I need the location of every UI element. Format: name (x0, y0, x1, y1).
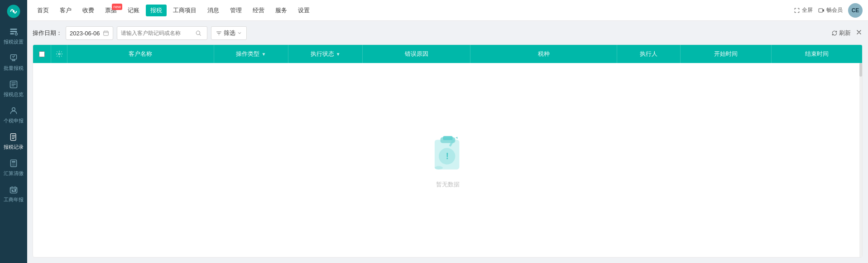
svg-rect-29 (443, 136, 453, 140)
fullscreen-icon (794, 7, 800, 14)
filter-button[interactable]: 筛选 (211, 26, 247, 40)
table-header: 客户名称 操作类型 ▼ 执行状态 ▼ 错误原因 税种 执行人 (33, 45, 862, 63)
top-nav: 首页 客户 收费 票据 new 记账 报税 工商项目 消息 管理 经营 服务 设… (27, 0, 868, 21)
date-label: 操作日期： (33, 29, 62, 37)
svg-point-9 (12, 107, 15, 111)
nav-item-clients[interactable]: 客户 (55, 5, 76, 16)
svg-point-18 (15, 165, 16, 166)
table-container: 客户名称 操作类型 ▼ 执行状态 ▼ 错误原因 税种 执行人 (33, 44, 863, 258)
sidebar-item-personal-tax[interactable]: 个税申报 (0, 102, 27, 128)
close-icon (855, 29, 863, 36)
close-button[interactable] (855, 29, 863, 38)
nav-item-management[interactable]: 管理 (225, 5, 246, 16)
select-all-checkbox[interactable] (39, 51, 45, 57)
svg-marker-33 (456, 136, 459, 139)
refresh-button[interactable]: 刷新 (831, 29, 851, 37)
new-badge: new (112, 4, 122, 10)
summary-icon (8, 79, 19, 90)
sort-icon: ▼ (336, 52, 340, 57)
svg-rect-12 (12, 161, 15, 163)
app-logo-icon (6, 4, 21, 19)
batch-icon (8, 53, 19, 63)
calendar-icon (103, 30, 109, 36)
nav-item-tickets[interactable]: 票据 new (101, 5, 121, 16)
member-button[interactable]: 畅会员 (818, 6, 843, 14)
sidebar-item-label: 报税总览 (4, 91, 24, 98)
toolbar-right: 刷新 (831, 29, 863, 38)
empty-state: ! 暂无数据 (425, 132, 470, 189)
th-op-type[interactable]: 操作类型 ▼ (214, 45, 288, 63)
sidebar-item-tax-records[interactable]: 报税记录 (0, 128, 27, 154)
scrollbar-thumb[interactable] (859, 63, 862, 77)
nav-item-operations[interactable]: 经营 (248, 5, 269, 16)
avatar[interactable]: CE (848, 3, 863, 18)
th-tax-type: 税种 (470, 45, 617, 63)
annual-icon (8, 184, 19, 195)
search-input-container[interactable] (117, 26, 207, 40)
svg-point-14 (13, 164, 14, 165)
svg-rect-24 (103, 31, 108, 35)
refresh-icon (831, 30, 838, 36)
svg-point-34 (434, 166, 442, 169)
sort-icon: ▼ (261, 52, 266, 57)
nav-item-commerce[interactable]: 工商项目 (168, 5, 201, 16)
content-area: 操作日期： 2023-06-06 筛选 (27, 21, 868, 263)
sidebar-item-annual-report[interactable]: 工商年报 (0, 180, 27, 207)
svg-text:!: ! (446, 151, 449, 161)
svg-point-1 (13, 10, 15, 13)
search-field[interactable] (121, 30, 193, 36)
toolbar: 操作日期： 2023-06-06 筛选 (33, 26, 863, 40)
chevron-down-icon (237, 31, 242, 35)
settings-icon (8, 26, 19, 37)
svg-point-16 (12, 165, 13, 166)
nav-item-accounts[interactable]: 记账 (123, 5, 144, 16)
th-gear[interactable] (51, 45, 67, 63)
record-icon (8, 132, 19, 142)
th-checkbox[interactable] (33, 45, 51, 63)
svg-rect-19 (10, 187, 17, 193)
sidebar: 报税设置 批量报税 报税总览 个税申报 (0, 0, 27, 263)
filter-icon (216, 30, 222, 36)
fullscreen-button[interactable]: 全屏 (794, 6, 813, 14)
sidebar-item-calc-pay[interactable]: 汇算清缴 (0, 154, 27, 180)
nav-item-services[interactable]: 服务 (271, 5, 292, 16)
video-icon (818, 7, 825, 14)
svg-point-26 (58, 53, 60, 55)
column-settings-icon (56, 50, 63, 58)
nav-items: 首页 客户 收费 票据 new 记账 报税 工商项目 消息 管理 经营 服务 设… (33, 5, 794, 16)
sidebar-item-tax-summary[interactable]: 报税总览 (0, 75, 27, 102)
date-picker[interactable]: 2023-06-06 (66, 26, 113, 40)
search-icon (195, 30, 201, 36)
nav-item-settings[interactable]: 设置 (293, 5, 314, 16)
th-exec-status[interactable]: 执行状态 ▼ (288, 45, 363, 63)
th-client-name: 客户名称 (67, 45, 214, 63)
svg-point-17 (13, 165, 14, 166)
sidebar-item-label: 报税记录 (4, 144, 24, 151)
nav-right: 全屏 畅会员 CE (794, 3, 863, 18)
main-area: 首页 客户 收费 票据 new 记账 报税 工商项目 消息 管理 经营 服务 设… (27, 0, 868, 263)
sidebar-item-label: 批量报税 (4, 65, 24, 72)
sidebar-item-label: 汇算清缴 (4, 170, 24, 177)
sidebar-item-batch-tax[interactable]: 批量报税 (0, 49, 27, 75)
scrollbar-track[interactable] (859, 63, 862, 257)
sidebar-item-label: 工商年报 (4, 196, 24, 203)
sidebar-item-tax-settings[interactable]: 报税设置 (0, 23, 27, 49)
nav-item-tax[interactable]: 报税 (146, 5, 167, 16)
th-error-reason: 错误原因 (363, 45, 470, 63)
svg-point-5 (15, 33, 17, 35)
svg-rect-3 (10, 31, 17, 32)
svg-rect-20 (12, 190, 13, 192)
th-start-time: 开始时间 (681, 45, 772, 63)
empty-text: 暂无数据 (436, 180, 460, 189)
sidebar-logo (0, 0, 27, 23)
nav-item-home[interactable]: 首页 (33, 5, 53, 16)
sidebar-item-label: 个税申报 (4, 117, 24, 124)
svg-point-13 (12, 164, 13, 165)
svg-rect-21 (13, 191, 14, 192)
svg-point-15 (15, 164, 16, 165)
nav-item-billing[interactable]: 收费 (78, 5, 99, 16)
svg-rect-4 (10, 33, 14, 34)
person-icon (8, 105, 19, 116)
nav-item-messages[interactable]: 消息 (203, 5, 224, 16)
th-executor: 执行人 (617, 45, 681, 63)
